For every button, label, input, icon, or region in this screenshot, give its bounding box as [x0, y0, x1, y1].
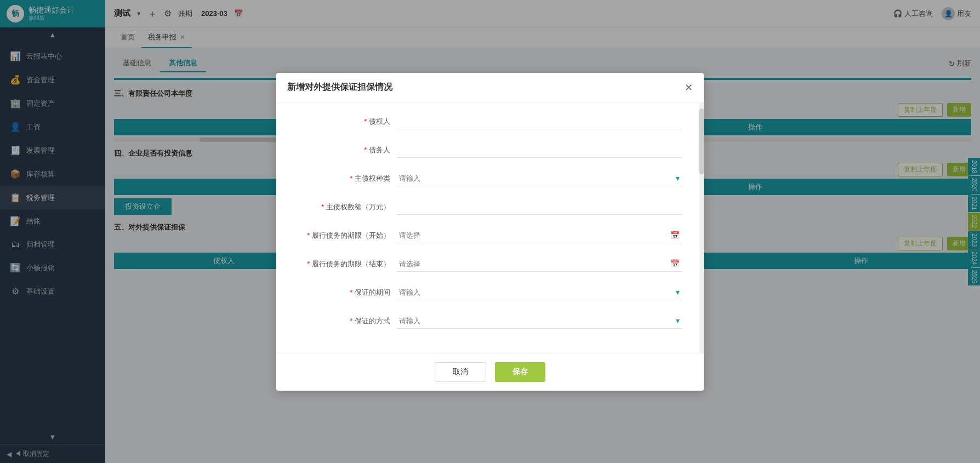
form-row-period-start: * 履行债务的期限（开始） 📅 [298, 228, 682, 243]
label-guarantee-method: * 保证的方式 [298, 316, 397, 326]
chevron-down-icon-claim-type[interactable]: ▾ [674, 174, 682, 182]
form-row-guarantee-method: * 保证的方式 ▾ [298, 313, 682, 329]
dialog-scrollbar-thumb [699, 108, 704, 174]
form-row-debtor: * 债务人 [298, 142, 682, 158]
chevron-down-icon-guarantee-period[interactable]: ▾ [674, 288, 682, 296]
dialog-scrollbar[interactable] [699, 103, 704, 353]
input-creditor[interactable] [397, 114, 682, 129]
form-row-claim-type: * 主债权种类 ▾ [298, 171, 682, 186]
input-guarantee-period[interactable] [397, 285, 674, 300]
label-claim-type: * 主债权种类 [298, 174, 397, 184]
dialog-footer: 取消 保存 [276, 353, 704, 391]
chevron-down-icon-guarantee-method[interactable]: ▾ [674, 316, 682, 325]
form-row-period-end: * 履行债务的期限（结束） 📅 [298, 256, 682, 272]
dialog: 新增对外提供保证担保情况 ✕ * 债权人 * 债务人 [276, 73, 704, 391]
label-claim-amount: * 主债权数额（万元） [298, 202, 397, 212]
form-row-claim-amount: * 主债权数额（万元） [298, 199, 682, 215]
form-row-guarantee-period: * 保证的期间 ▾ [298, 285, 682, 300]
save-button[interactable]: 保存 [495, 362, 545, 382]
input-period-end[interactable] [397, 256, 668, 271]
form-row-creditor: * 债权人 [298, 114, 682, 129]
label-debtor: * 债务人 [298, 145, 397, 155]
select-wrap-guarantee-period: ▾ [397, 285, 682, 300]
input-claim-amount[interactable] [397, 199, 682, 215]
dialog-title: 新增对外提供保证担保情况 [287, 82, 392, 93]
dialog-close-button[interactable]: ✕ [685, 82, 693, 94]
app-container: 畅 畅捷通好会计 旗舰版 ▲ 📊 云报表中心 💰 资金管理 🏢 固定资产 👤 [0, 0, 980, 463]
select-wrap-claim-type: ▾ [397, 171, 682, 186]
date-wrap-period-end: 📅 [397, 256, 682, 272]
input-period-start[interactable] [397, 228, 668, 243]
label-creditor: * 债权人 [298, 117, 397, 127]
modal-overlay: 新增对外提供保证担保情况 ✕ * 债权人 * 债务人 [0, 0, 980, 463]
dialog-body: * 债权人 * 债务人 * 主债权种 [276, 103, 704, 353]
dialog-header: 新增对外提供保证担保情况 ✕ [276, 73, 704, 103]
label-period-start: * 履行债务的期限（开始） [298, 231, 397, 241]
calendar-icon-start[interactable]: 📅 [668, 231, 682, 239]
label-period-end: * 履行债务的期限（结束） [298, 259, 397, 269]
cancel-button[interactable]: 取消 [435, 362, 486, 382]
calendar-icon-end[interactable]: 📅 [668, 259, 682, 268]
input-debtor[interactable] [397, 142, 682, 158]
select-wrap-guarantee-method: ▾ [397, 313, 682, 329]
date-wrap-period-start: 📅 [397, 228, 682, 243]
label-guarantee-period: * 保证的期间 [298, 288, 397, 298]
input-claim-type[interactable] [397, 171, 674, 186]
input-guarantee-method[interactable] [397, 313, 674, 328]
